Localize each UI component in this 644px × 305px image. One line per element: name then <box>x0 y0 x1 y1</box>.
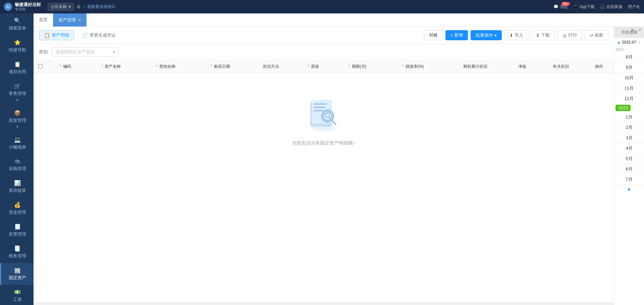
sidebar-item-project-contract[interactable]: 📋 项目合同 <box>0 57 34 79</box>
sidebar-item-payroll[interactable]: 💵 工资 <box>0 285 34 305</box>
download-button[interactable]: ⬇ 下载 <box>531 30 555 40</box>
header-net-value: 净值 <box>507 60 537 73</box>
bottom-nav-down[interactable]: ▼ <box>614 185 644 194</box>
select-all-checkbox[interactable] <box>38 64 43 68</box>
main-panel: 📋 资产明细 📄 变更生成凭证 对账 + 新增 <box>34 27 614 305</box>
sidebar-item-inventory[interactable]: 📊 库存核算 <box>0 176 34 198</box>
sub-tab-change-voucher[interactable]: 📄 变更生成凭证 <box>77 30 121 40</box>
print-button[interactable]: 🖨 打印 <box>557 30 582 40</box>
filter-row: 类别 请选择固定资产类别 ▾ <box>34 44 614 60</box>
month-item-2022-9[interactable]: 9月 <box>614 62 644 73</box>
batch-ops-button[interactable]: 批量操作 ▾ <box>471 30 502 40</box>
month-item-2023-4[interactable]: 4月 <box>614 143 644 154</box>
header-code: * 编码 <box>47 60 84 73</box>
select-chevron-icon: ▾ <box>113 50 115 55</box>
tab-home[interactable]: 首页 <box>34 13 53 27</box>
month-item-2023-2[interactable]: 2月 <box>614 122 644 133</box>
fund-icon: 💰 <box>14 202 21 208</box>
app-subtitle: 专业版 <box>15 7 41 11</box>
payroll-icon: 💵 <box>14 289 21 295</box>
ecommerce-icon: 💻 <box>14 137 21 143</box>
header-depreciation-method: 折旧方法 <box>248 60 295 73</box>
sidebar-item-tax-management[interactable]: 📑 税务管理 <box>0 241 34 263</box>
header-original-value: * 原值 <box>295 60 332 73</box>
user-profile[interactable]: 用户名 <box>628 4 640 10</box>
header-category-name: * 类别名称 <box>139 60 193 73</box>
company-selector[interactable]: 公司名称 ▾ <box>48 3 74 11</box>
search-icon: 🔍 <box>14 17 21 24</box>
reconcile-button[interactable]: 对账 <box>424 30 443 40</box>
sidebar: 🔍 搜索菜单 ⭐ 快捷导航 📋 项目合同 🛒 零售管理 ▾ 📦 批发管理 ▾ 💻… <box>0 13 34 305</box>
tab-close-icon[interactable]: ✕ <box>78 18 81 22</box>
empty-state: 当前您还没有固定资产明细哦~ <box>34 73 614 166</box>
sidebar-item-retail-management[interactable]: 🛒 零售管理 ▾ <box>0 79 34 106</box>
refresh-button[interactable]: ↺ 刷新 <box>585 30 608 40</box>
month-item-2023-3[interactable]: 3月 <box>614 133 644 143</box>
sidebar-item-invoice-management[interactable]: 🧾 发票管理 <box>0 219 34 241</box>
sidebar-item-mini-ecommerce[interactable]: 💻 小畅电商 <box>0 133 34 154</box>
month-panel: ✕ ⤢ 月份选择 ▲ 2022.07 ▼ 2022 8月 9月 10月 11月 … <box>614 27 644 305</box>
nav-down-button: ▼ <box>637 40 641 45</box>
sidebar-label: 固定资产 <box>9 275 26 281</box>
sidebar-label: 采购管理 <box>9 166 26 172</box>
toolbar-right: 对账 + 新增 批量操作 ▾ ⬆ 导入 <box>424 30 608 40</box>
add-button[interactable]: + 新增 <box>445 30 468 40</box>
month-item-2023-5[interactable]: 5月 <box>614 154 644 164</box>
sub-tabs-toolbar: 📋 资产明细 📄 变更生成凭证 对账 + 新增 <box>34 27 614 44</box>
sidebar-item-quick-nav[interactable]: ⭐ 快捷导航 <box>0 35 34 57</box>
message-button[interactable]: 💬 消息 99+ <box>553 4 568 10</box>
header-residual-rate: * 残值率(%) <box>383 60 443 73</box>
top-bar: Ai 畅捷通好业财 专业版 公司名称 ▾ ⚙ ○ 我要看实例演示 💬 消息 99… <box>0 0 644 13</box>
sidebar-label: 搜索菜单 <box>9 25 26 31</box>
down-arrow-icon: ▼ <box>627 187 632 192</box>
import-button[interactable]: ⬆ 导入 <box>504 30 528 40</box>
month-item-2023-6[interactable]: 6月 <box>614 164 644 174</box>
month-item-2023-7[interactable]: 7月 <box>614 174 644 185</box>
month-item-2022-10[interactable]: 10月 <box>614 73 644 83</box>
header-period-months: * 期限(月) <box>332 60 383 73</box>
category-filter-select[interactable]: 请选择固定资产类别 ▾ <box>52 47 119 57</box>
panel-expand-button[interactable]: ⤢ <box>638 28 641 32</box>
month-item-2023-1[interactable]: 1月 <box>614 112 644 122</box>
sub-tab-asset-details[interactable]: 📋 资产明细 <box>39 30 74 40</box>
invoice-icon: 🧾 <box>14 223 21 230</box>
table-header-row: * 编码 * 资产名称 * 类别名称 <box>34 60 614 73</box>
import-icon: ⬆ <box>509 33 513 38</box>
year-2023-badge[interactable]: 2023 <box>615 105 631 111</box>
tab-asset-management[interactable]: 资产管理 ✕ <box>53 13 87 27</box>
month-item-2022-12[interactable]: 12月 <box>614 94 644 104</box>
sidebar-label: 批发管理 <box>9 117 26 123</box>
panel-close-button[interactable]: ✕ <box>631 28 635 33</box>
online-service-button[interactable]: 🎧 在线客服 <box>600 4 623 10</box>
refresh-icon: ↺ <box>590 33 593 38</box>
app-name: 畅捷通好业财 <box>15 2 41 7</box>
sidebar-item-batch-management[interactable]: 📦 批发管理 ▾ <box>0 106 34 133</box>
sidebar-item-fund-management[interactable]: 💰 资金管理 <box>0 198 34 219</box>
category-placeholder: 请选择固定资产类别 <box>55 49 95 55</box>
sidebar-label: 零售管理 <box>9 91 26 97</box>
table-scroll-bar[interactable] <box>34 302 614 305</box>
month-item-2022-8[interactable]: 8月 <box>614 52 644 62</box>
current-year-display: 2022.07 <box>622 40 636 45</box>
sidebar-item-search-menu[interactable]: 🔍 搜索菜单 <box>0 13 34 35</box>
sub-tab-asset-details-label: 资产明细 <box>52 32 69 38</box>
assets-icon: 🏢 <box>14 267 21 273</box>
headset-icon: 🎧 <box>600 4 605 9</box>
chevron-icon: ▾ <box>16 98 18 102</box>
batch-icon: 📦 <box>14 110 21 116</box>
app-download-button[interactable]: 📱 App下载 <box>573 4 595 10</box>
nav-up-button[interactable]: ▲ <box>617 40 621 45</box>
contract-icon: 📋 <box>14 61 21 67</box>
voucher-tab-icon: 📄 <box>82 33 88 38</box>
tab-bar: 首页 资产管理 ✕ <box>34 13 644 27</box>
demo-link[interactable]: ○ 我要看实例演示 <box>84 4 115 10</box>
sidebar-item-purchase-management[interactable]: 🛍 采购管理 <box>0 154 34 176</box>
month-item-2022-11[interactable]: 11月 <box>614 83 644 94</box>
table-container[interactable]: * 编码 * 资产名称 * 类别名称 <box>34 60 614 302</box>
detail-tab-icon: 📋 <box>44 33 50 38</box>
user-name: 用户名 <box>628 4 640 10</box>
settings-icon[interactable]: ⚙ <box>76 4 81 9</box>
sidebar-item-fixed-assets[interactable]: 🏢 固定资产 <box>0 263 34 285</box>
empty-illustration <box>304 93 344 134</box>
app-brand: Ai 畅捷通好业财 专业版 <box>4 2 41 12</box>
